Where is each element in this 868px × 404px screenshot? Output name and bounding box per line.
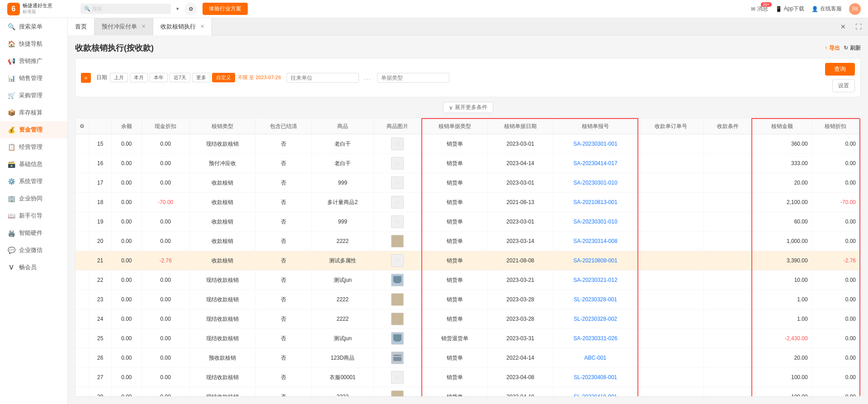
bill-report-link[interactable]: SL-20230408-001: [574, 374, 617, 380]
setting-btn[interactable]: 设置: [832, 79, 855, 92]
top-dropdown[interactable]: ▾: [176, 6, 179, 12]
bill-report-link[interactable]: SL-20230328-002: [574, 316, 617, 322]
bill-report-link[interactable]: SL-20230418-001: [574, 394, 617, 397]
bill-report-link[interactable]: SA-20210808-001: [573, 257, 617, 264]
cell-verify-discount: 0.00: [811, 134, 860, 154]
vip-icon: V: [7, 263, 15, 271]
cell-product-img: □: [373, 173, 422, 193]
bill-report-link[interactable]: SA-20230414-017: [573, 160, 617, 166]
tab-collection-close[interactable]: ✕: [200, 24, 204, 29]
cell-verify-amount: 1.00: [752, 309, 811, 329]
data-table-wrap[interactable]: ⚙ 余额 现金折扣 核销类型 包含已结清 商品 商品图片 核销单据类型 核销单据…: [75, 118, 861, 397]
sidebar-item-business[interactable]: 📋 经营管理: [0, 138, 67, 156]
cell-bill-report-no[interactable]: SL-20230328-001: [553, 290, 638, 309]
hardware-icon: 🖨️: [7, 229, 15, 237]
guide-icon: 📖: [7, 212, 15, 220]
tab-close-btn[interactable]: ✕: [837, 21, 849, 33]
bill-report-link[interactable]: SA-20230301-010: [573, 180, 617, 186]
query-btn[interactable]: 查询: [825, 63, 855, 76]
date-btn-thismonth[interactable]: 本月: [130, 73, 148, 82]
top-search[interactable]: 🔍搜索...: [80, 4, 171, 14]
cell-balance: 0.00: [111, 212, 142, 232]
cell-balance: 0.00: [111, 271, 142, 290]
sidebar-item-corp[interactable]: 🏢 企业协同: [0, 190, 67, 207]
cell-bill-report-no[interactable]: SA-20230301-010: [553, 212, 638, 232]
bill-report-link[interactable]: SA-20230331-026: [573, 335, 617, 342]
date-btn-7days[interactable]: 近7天: [170, 73, 190, 82]
bill-report-link[interactable]: SA-20230301-001: [573, 141, 617, 147]
industry-btn[interactable]: 体验行业方案: [203, 3, 248, 15]
date-btn-thisyear[interactable]: 本年: [150, 73, 168, 82]
bill-report-link[interactable]: SL-20230328-001: [574, 296, 617, 303]
cell-bill-report-no[interactable]: SA-20230301-001: [553, 134, 638, 154]
table-row: 24 0.00 0.00 现结收款核销 否 2222 销货单 2023-03-2…: [75, 309, 860, 329]
partner-input[interactable]: [287, 73, 359, 83]
sidebar-item-wechat[interactable]: 💬 企业微信: [0, 242, 67, 259]
cell-bill-report-no[interactable]: SA-20230414-017: [553, 154, 638, 173]
sidebar-item-guide[interactable]: 📖 新手引导: [0, 207, 67, 224]
sidebar-item-hardware[interactable]: 🖨️ 智能硬件: [0, 224, 67, 242]
sidebar-item-quicknav[interactable]: 🏠 快捷导航: [0, 35, 67, 52]
bill-report-link[interactable]: SA-20210813-001: [573, 199, 617, 205]
tab-home[interactable]: 首页: [68, 18, 94, 35]
sidebar-item-basic[interactable]: 🗃️ 基础信息: [0, 156, 67, 173]
export-btn[interactable]: ↑ 导出: [825, 44, 840, 52]
cell-cash-discount: 0.00: [142, 232, 189, 251]
message-btn[interactable]: ✉ 99+ 消息: [751, 5, 768, 13]
settings-icon[interactable]: ⚙: [184, 3, 197, 15]
cell-bill-report-no[interactable]: ABC-001: [553, 348, 638, 368]
cell-bill-report-no[interactable]: SA-20230331-026: [553, 329, 638, 348]
cell-cash-discount: 0.00: [142, 387, 189, 397]
refresh-btn[interactable]: ↻ 刷新: [844, 44, 861, 52]
bill-report-link[interactable]: SA-20230314-008: [573, 238, 617, 244]
export-icon: ↑: [825, 45, 827, 51]
table-row: 15 0.00 0.00 现结收款核销 否 老白干 □ 销货单 2023-03-…: [75, 134, 860, 154]
avatar[interactable]: Rit: [849, 3, 861, 15]
date-btn-lastmonth[interactable]: 上月: [110, 73, 128, 82]
cell-settings: [75, 368, 89, 387]
cell-seq: 15: [89, 134, 111, 154]
sidebar-item-purchase[interactable]: 🛒 采购管理: [0, 87, 67, 104]
cell-bill-report-no[interactable]: SL-20230408-001: [553, 368, 638, 387]
cell-balance: 0.00: [111, 329, 142, 348]
cell-contains-settled: 否: [255, 212, 311, 232]
svg-rect-4: [393, 355, 401, 361]
cell-bill-report-type: 销货单: [422, 251, 488, 271]
cell-bill-report-no[interactable]: SL-20230418-001: [553, 387, 638, 397]
sidebar-item-marketing[interactable]: 📢 营销推广: [0, 52, 67, 70]
cell-bill-report-date: 2023-03-21: [488, 271, 553, 290]
sidebar-item-sales[interactable]: 📊 销售管理: [0, 70, 67, 87]
tab-prepay-close[interactable]: ✕: [142, 24, 146, 29]
app-download-btn[interactable]: 📱App下载: [775, 5, 804, 13]
filter-collapse-btn[interactable]: «: [81, 73, 91, 83]
col-contains-settled: 包含已结清: [255, 119, 311, 134]
online-service-btn[interactable]: 👤在线客服: [811, 5, 842, 13]
cell-bill-report-no[interactable]: SA-20230314-008: [553, 232, 638, 251]
page-title: 收款核销执行(按收款): [75, 43, 154, 53]
sidebar-item-inventory[interactable]: 📦 库存核算: [0, 104, 67, 121]
cell-bill-report-no[interactable]: SA-20230301-010: [553, 173, 638, 193]
cell-bill-report-no[interactable]: SA-20210813-001: [553, 193, 638, 212]
bill-report-link[interactable]: ABC-001: [585, 355, 607, 361]
date-btn-more[interactable]: 更多: [192, 73, 210, 82]
cell-bill-report-no[interactable]: SL-20230328-002: [553, 309, 638, 329]
bill-type-input[interactable]: [377, 73, 449, 83]
cell-product-img: [373, 348, 422, 368]
tab-expand-btn[interactable]: ⛶: [853, 21, 864, 33]
date-btn-custom[interactable]: 自定义: [212, 73, 235, 82]
sidebar-item-vip[interactable]: V 畅会员: [0, 259, 67, 276]
expand-conditions-btn[interactable]: ∨ 展开更多条件: [443, 102, 493, 113]
tab-collection[interactable]: 收款核销执行 ✕: [153, 18, 212, 35]
bill-report-link[interactable]: SA-20230321-012: [573, 277, 617, 283]
cell-bill-report-date: 2023-04-08: [488, 368, 553, 387]
cell-bill-report-no[interactable]: SA-20210808-001: [553, 251, 638, 271]
bill-report-link[interactable]: SA-20230301-010: [573, 219, 617, 225]
sidebar-item-system[interactable]: ⚙️ 系统管理: [0, 173, 67, 190]
cell-bill-report-no[interactable]: SA-20230321-012: [553, 271, 638, 290]
tab-prepay[interactable]: 预付冲应付单 ✕: [94, 18, 153, 35]
filter-bar: « 日期 上月 本月 本年 近7天 更多 自定义 不限 至 2023-07-26: [75, 58, 861, 97]
col-settings[interactable]: ⚙: [75, 119, 89, 134]
sidebar-item-search[interactable]: 🔍 搜索菜单: [0, 18, 67, 35]
sidebar-item-finance[interactable]: 💰 资金管理: [0, 121, 67, 138]
cell-bill-report-date: 2023-03-28: [488, 290, 553, 309]
